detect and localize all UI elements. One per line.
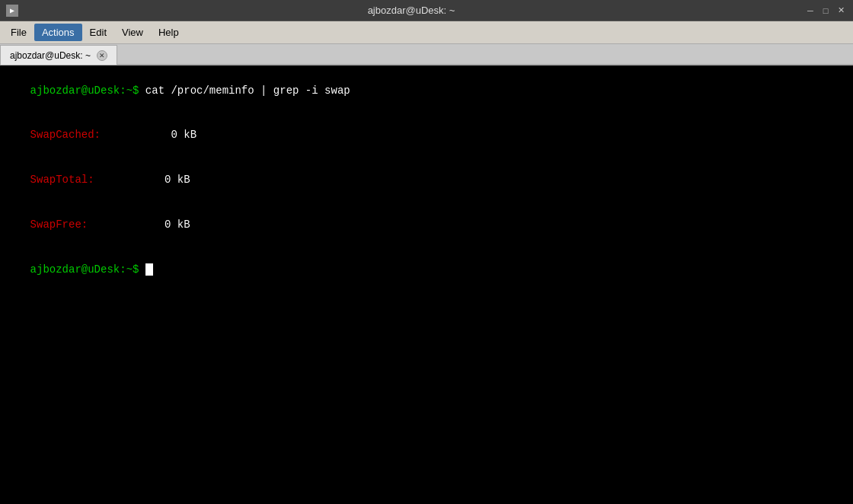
swap-total-value: 0 kB: [94, 174, 190, 186]
current-prompt-line: ajbozdar@uDesk:~$: [5, 247, 848, 292]
menu-view[interactable]: View: [114, 24, 151, 41]
menu-file[interactable]: File: [3, 24, 34, 41]
command-text: cat /proc/meminfo | grep -i swap: [139, 85, 350, 97]
command-prompt: ajbozdar@uDesk:~$: [30, 85, 139, 97]
terminal-tab[interactable]: ajbozdar@uDesk: ~ ✕: [0, 45, 117, 65]
swap-free-label: SwapFree:: [30, 219, 88, 231]
tab-bar: ajbozdar@uDesk: ~ ✕: [0, 44, 853, 65]
title-bar: ▶ ajbozdar@uDesk: ~ ─ □ ✕: [0, 0, 853, 21]
swap-total-label: SwapTotal:: [30, 174, 94, 186]
minimize-button[interactable]: ─: [804, 5, 816, 17]
swap-free-value: 0 kB: [88, 219, 190, 231]
prompt-space: [139, 263, 145, 276]
tab-close-button[interactable]: ✕: [97, 50, 107, 61]
current-prompt: ajbozdar@uDesk:~$: [30, 263, 139, 276]
menu-help[interactable]: Help: [151, 24, 187, 41]
swap-free-line: SwapFree: 0 kB: [5, 203, 848, 247]
maximize-button[interactable]: □: [819, 5, 832, 17]
terminal-area[interactable]: ajbozdar@uDesk:~$ cat /proc/meminfo | gr…: [0, 65, 853, 504]
swap-cached-line: SwapCached: 0 kB: [5, 113, 848, 158]
cursor: [145, 263, 153, 276]
terminal-icon: ▶: [6, 5, 18, 17]
swap-cached-value: 0 kB: [101, 129, 196, 141]
title-bar-title: ajbozdar@uDesk: ~: [18, 5, 804, 16]
title-bar-left: ▶: [6, 5, 18, 17]
close-button[interactable]: ✕: [835, 5, 847, 17]
title-bar-controls: ─ □ ✕: [804, 5, 847, 17]
menu-actions[interactable]: Actions: [34, 24, 82, 41]
menu-bar: File Actions Edit View Help: [0, 21, 853, 44]
tab-label: ajbozdar@uDesk: ~: [10, 50, 91, 61]
swap-cached-label: SwapCached:: [30, 129, 101, 141]
command-line: ajbozdar@uDesk:~$ cat /proc/meminfo | gr…: [5, 69, 848, 113]
menu-edit[interactable]: Edit: [82, 24, 114, 41]
swap-total-line: SwapTotal: 0 kB: [5, 158, 848, 203]
